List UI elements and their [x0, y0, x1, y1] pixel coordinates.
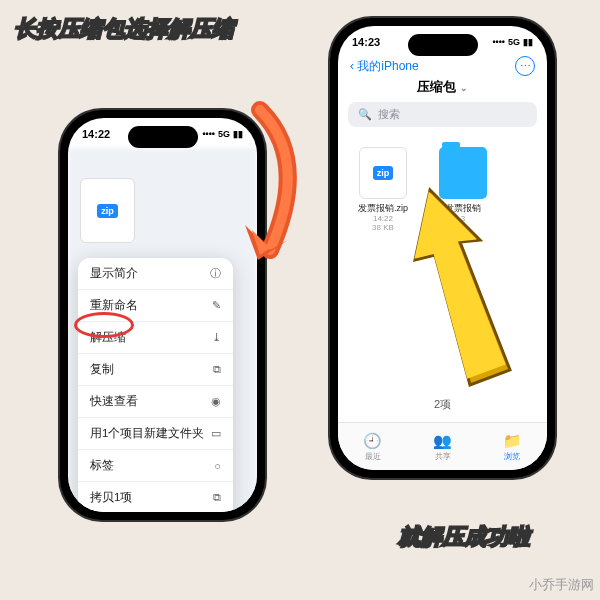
tab-icon: 👥: [433, 432, 452, 450]
tab-label: 浏览: [504, 451, 520, 462]
context-menu-item[interactable]: 用1个项目新建文件夹▭: [78, 418, 233, 450]
menu-item-icon: ⧉: [213, 491, 221, 504]
menu-item-label: 标签: [90, 458, 114, 473]
tab-bar: 🕘最近👥共享📁浏览: [338, 422, 547, 470]
phone-right: 14:23 •••• 5G ▮▮ ‹ 我的iPhone ⋯ 压缩包 ⌄ 🔍 搜索…: [330, 18, 555, 478]
notch: [128, 126, 198, 148]
signal-icon: ••••: [202, 129, 215, 139]
context-menu: 显示简介ⓘ重新命名✎解压缩⤓复制⧉快速查看◉用1个项目新建文件夹▭标签○拷贝1项…: [78, 258, 233, 512]
file-name: 发票报销.zip: [358, 203, 408, 214]
context-menu-item[interactable]: 重新命名✎: [78, 290, 233, 322]
zip-file-preview[interactable]: zip: [80, 178, 135, 243]
title-text: 压缩包: [417, 79, 456, 94]
tab-label: 最近: [365, 451, 381, 462]
status-time: 14:22: [82, 128, 110, 140]
menu-item-label: 拷贝1项: [90, 490, 132, 505]
menu-item-label: 快速查看: [90, 394, 138, 409]
notch: [408, 34, 478, 56]
menu-item-icon: ⤓: [212, 331, 221, 344]
nav-bar: ‹ 我的iPhone ⋯: [338, 52, 547, 80]
zip-icon: zip: [359, 147, 407, 199]
caption-bottom-right: 就解压成功啦: [398, 522, 530, 552]
file-item[interactable]: zip发票报销.zip14:22 38 KB: [354, 147, 412, 232]
back-label: 我的iPhone: [357, 59, 418, 73]
menu-item-icon: ○: [214, 460, 221, 472]
context-menu-item[interactable]: 标签○: [78, 450, 233, 482]
context-menu-item[interactable]: 快速查看◉: [78, 386, 233, 418]
context-menu-item[interactable]: 复制⧉: [78, 354, 233, 386]
file-meta: 14:22 38 KB: [372, 214, 394, 232]
file-meta: 3: [461, 214, 465, 223]
menu-item-label: 重新命名: [90, 298, 138, 313]
menu-item-icon: ⧉: [213, 363, 221, 376]
search-input[interactable]: 🔍 搜索: [348, 102, 537, 127]
menu-item-icon: ⓘ: [210, 266, 221, 281]
context-menu-item[interactable]: 显示简介ⓘ: [78, 258, 233, 290]
status-icons: •••• 5G ▮▮: [202, 129, 243, 139]
network-label: 5G: [508, 37, 520, 47]
battery-icon: ▮▮: [523, 37, 533, 47]
watermark: 小乔手游网: [529, 576, 594, 594]
battery-icon: ▮▮: [233, 129, 243, 139]
folder-icon: [439, 147, 487, 199]
tab-icon: 🕘: [363, 432, 382, 450]
status-time: 14:23: [352, 36, 380, 48]
menu-item-icon: ◉: [211, 395, 221, 408]
item-count: 2项: [338, 397, 547, 412]
tab-共享[interactable]: 👥共享: [408, 423, 478, 470]
file-item[interactable]: 发票报销3: [434, 147, 492, 232]
tab-最近[interactable]: 🕘最近: [338, 423, 408, 470]
file-name: 发票报销: [445, 203, 481, 214]
more-button[interactable]: ⋯: [515, 56, 535, 76]
menu-item-icon: ✎: [212, 299, 221, 312]
menu-item-label: 显示简介: [90, 266, 138, 281]
phone-left: 14:22 •••• 5G ▮▮ zip 显示简介ⓘ重新命名✎解压缩⤓复制⧉快速…: [60, 110, 265, 520]
tab-icon: 📁: [503, 432, 522, 450]
chevron-down-icon[interactable]: ⌄: [460, 83, 468, 93]
menu-item-label: 解压缩: [90, 330, 126, 345]
search-placeholder: 搜索: [378, 107, 400, 122]
file-grid: zip发票报销.zip14:22 38 KB发票报销3: [338, 133, 547, 246]
menu-item-label: 用1个项目新建文件夹: [90, 426, 204, 441]
zip-badge: zip: [373, 166, 394, 180]
tab-label: 共享: [435, 451, 451, 462]
menu-item-label: 复制: [90, 362, 114, 377]
network-label: 5G: [218, 129, 230, 139]
status-icons: •••• 5G ▮▮: [492, 37, 533, 47]
search-icon: 🔍: [358, 108, 372, 121]
caption-top-left: 长按压缩包选择解压缩: [14, 14, 234, 44]
ellipsis-icon: ⋯: [520, 60, 531, 73]
page-title: 压缩包 ⌄: [338, 78, 547, 96]
zip-badge: zip: [97, 204, 118, 218]
menu-item-icon: ▭: [211, 427, 221, 440]
context-menu-item[interactable]: 解压缩⤓: [78, 322, 233, 354]
tab-浏览[interactable]: 📁浏览: [477, 423, 547, 470]
signal-icon: ••••: [492, 37, 505, 47]
context-menu-item[interactable]: 拷贝1项⧉: [78, 482, 233, 512]
back-button[interactable]: ‹ 我的iPhone: [350, 58, 419, 75]
